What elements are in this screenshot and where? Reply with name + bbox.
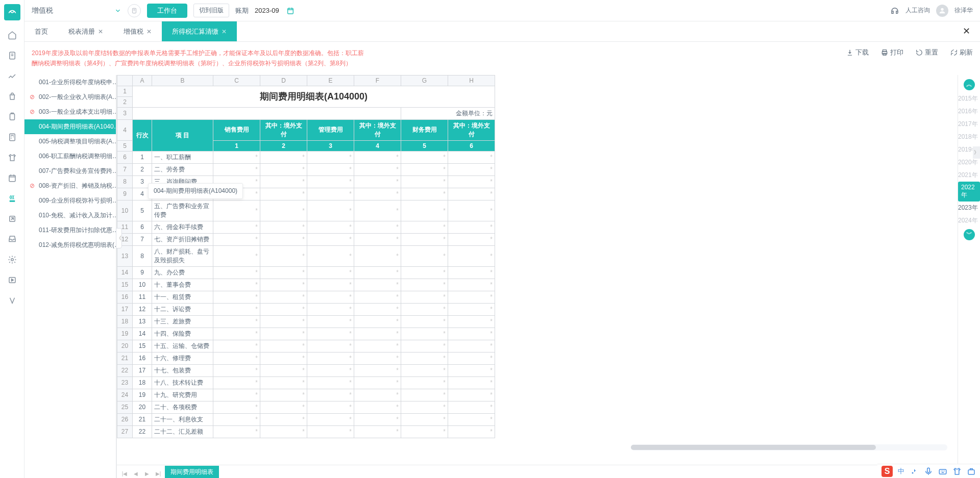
calendar-icon[interactable] — [286, 7, 295, 15]
svg-point-13 — [912, 472, 914, 473]
svg-point-5 — [11, 259, 13, 261]
doc-item-4[interactable]: 005-纳税调整项目明细表(A… — [24, 134, 116, 149]
download-button[interactable]: 下载 — [846, 48, 869, 57]
nav-home-icon[interactable] — [7, 30, 18, 41]
sheet-nav-prev[interactable]: ◀ — [131, 469, 140, 478]
sheet-nav-next[interactable]: ▶ — [142, 469, 152, 478]
svg-point-9 — [941, 8, 943, 10]
headset-icon[interactable] — [890, 6, 899, 15]
year-2023年[interactable]: 2023年 — [958, 202, 980, 214]
ime-mic-icon[interactable] — [924, 467, 933, 476]
table-row: 2419十九、研究费用****** — [117, 389, 495, 401]
table-row: 138八、财产损耗、盘亏及毁损损失****** — [117, 245, 495, 266]
ime-skin-icon[interactable] — [952, 467, 962, 476]
app-logo[interactable] — [4, 4, 20, 20]
col-H[interactable]: H — [448, 75, 495, 86]
sheet-nav-first[interactable]: |◀ — [120, 469, 129, 478]
col-E[interactable]: E — [307, 75, 354, 86]
consult-link[interactable]: 人工咨询 — [905, 6, 930, 15]
close-all-tabs[interactable]: ✕ — [963, 26, 974, 37]
nav-inbox-icon[interactable] — [7, 234, 18, 245]
doc-item-10[interactable]: 011-研发费用加计扣除优惠… — [24, 223, 116, 238]
ime-lang[interactable]: 中 — [898, 467, 904, 476]
doc-item-2[interactable]: ⊘003-一般企业成本支出明细… — [24, 105, 116, 119]
print-button[interactable]: 打印 — [881, 48, 903, 57]
col-G[interactable]: G — [401, 75, 448, 86]
period-label: 账期 — [235, 6, 249, 15]
table-row: 2015十五、运输、仓储费****** — [117, 340, 495, 352]
warn-icon: ⊘ — [30, 108, 37, 115]
workbench-button[interactable]: 工作台 — [147, 4, 187, 18]
nav-link-icon[interactable] — [7, 213, 18, 224]
tab-close-icon[interactable]: ✕ — [146, 28, 152, 35]
doc-item-8[interactable]: 009-企业所得税弥补亏损明… — [24, 193, 116, 208]
table-row: 2621二十一、利息收支****** — [117, 413, 495, 425]
tab-3[interactable]: 所得税汇算清缴✕ — [162, 21, 237, 41]
svg-rect-15 — [939, 469, 946, 474]
svg-rect-1 — [10, 114, 14, 120]
nav-doc-icon[interactable] — [7, 50, 18, 61]
year-2017年[interactable]: 2017年 — [958, 118, 980, 131]
note-button[interactable] — [128, 4, 141, 17]
nav-play-icon[interactable] — [7, 274, 18, 286]
nav-v-icon[interactable] — [7, 295, 18, 306]
col-C[interactable]: C — [213, 75, 260, 86]
nav-gear-icon[interactable] — [7, 254, 18, 265]
doc-item-1[interactable]: ⊘002-一般企业收入明细表(A… — [24, 90, 116, 105]
tab-close-icon[interactable]: ✕ — [222, 28, 227, 35]
horizontal-scrollbar[interactable] — [631, 444, 947, 450]
nav-steam-icon[interactable] — [7, 193, 18, 204]
ime-toolbox-icon[interactable] — [967, 467, 976, 476]
nav-chart-icon[interactable] — [7, 70, 18, 82]
year-2021年[interactable]: 2021年 — [958, 169, 980, 182]
tab-2[interactable]: 增值税✕ — [113, 21, 162, 41]
doc-item-0[interactable]: 001-企业所得税年度纳税申… — [24, 75, 116, 90]
year-2016年[interactable]: 2016年 — [958, 105, 980, 118]
tab-1[interactable]: 税表清册✕ — [58, 21, 113, 41]
nav-bag-icon[interactable] — [7, 91, 18, 102]
expand-right-handle[interactable]: 》 — [973, 146, 980, 159]
year-2022年[interactable]: 2022年 — [958, 182, 980, 202]
col-F[interactable]: F — [354, 75, 401, 86]
year-2024年[interactable]: 2024年 — [958, 214, 980, 227]
ime-keyboard-icon[interactable] — [938, 467, 947, 476]
tab-0[interactable]: 首页 — [24, 21, 58, 41]
nav-calendar-icon[interactable] — [7, 172, 18, 184]
table-row: 1914十四、保险费****** — [117, 328, 495, 340]
ime-logo-icon[interactable]: S — [881, 466, 893, 477]
tax-type-dropdown[interactable]: 增值税 — [32, 6, 121, 15]
collapse-sidebar-handle[interactable]: 《 — [116, 228, 122, 248]
col-B[interactable]: B — [152, 75, 213, 86]
doc-tooltip: 004-期间费用明细表(A104000) — [148, 183, 243, 199]
warning-text: 2019年度涉及取以前年度结转数据的申报表单元格需要手工维护正确，才能保证本年及… — [32, 48, 369, 69]
refresh-button[interactable]: 刷新 — [950, 48, 973, 57]
avatar[interactable] — [936, 5, 948, 17]
sheet-nav-last[interactable]: ▶| — [154, 469, 163, 478]
table-row: 1813十三、差旅费****** — [117, 315, 495, 328]
ime-toolbar: S 中 — [877, 464, 980, 478]
doc-item-5[interactable]: 006-职工薪酬纳税调整明细… — [24, 149, 116, 164]
doc-item-3[interactable]: 004-期间费用明细表(A1040… — [24, 119, 116, 134]
period-value[interactable]: 2023-09 — [255, 7, 279, 14]
sheet-title: 期间费用明细表(A104000) — [133, 86, 495, 107]
col-A[interactable]: A — [133, 75, 152, 86]
sheet-tab[interactable]: 期间费用明细表 — [165, 466, 219, 478]
nav-shirt-icon[interactable] — [7, 152, 18, 163]
table-row: 72二、劳务费****** — [117, 163, 495, 175]
year-scroll-up[interactable]: ︽ — [964, 79, 975, 90]
switch-old-button[interactable]: 切到旧版 — [193, 4, 229, 17]
reset-button[interactable]: 重置 — [916, 48, 938, 57]
year-2015年[interactable]: 2015年 — [958, 92, 980, 105]
doc-item-7[interactable]: ⊘008-资产折旧、摊销及纳税… — [24, 179, 116, 193]
tab-close-icon[interactable]: ✕ — [98, 28, 103, 35]
table-row: 2722二十二、汇兑差额****** — [117, 425, 495, 438]
doc-item-9[interactable]: 010-免税、减计收入及加计… — [24, 208, 116, 223]
doc-item-6[interactable]: 007-广告费和业务宣传费跨… — [24, 164, 116, 179]
ime-punct-icon[interactable] — [910, 467, 919, 476]
nav-calc-icon[interactable] — [7, 132, 18, 143]
doc-item-11[interactable]: 012-减免所得税优惠明细表(… — [24, 238, 116, 253]
year-scroll-down[interactable]: ︾ — [964, 229, 975, 240]
col-D[interactable]: D — [260, 75, 307, 86]
year-2018年[interactable]: 2018年 — [958, 131, 980, 143]
nav-clipboard-icon[interactable] — [7, 111, 18, 122]
